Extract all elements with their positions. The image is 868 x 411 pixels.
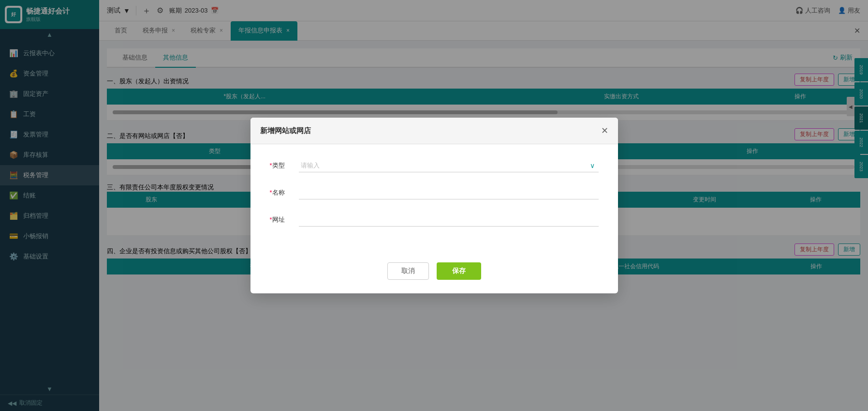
- dialog-title: 新增网站或网店: [260, 126, 311, 136]
- name-required-star: *: [270, 189, 272, 196]
- dialog-header: 新增网站或网店 ✕: [250, 118, 618, 144]
- url-input[interactable]: [299, 213, 599, 227]
- type-input-wrap: ∨: [299, 159, 599, 172]
- save-button[interactable]: 保存: [437, 262, 481, 280]
- url-label: *网址: [270, 215, 299, 224]
- name-label: *名称: [270, 188, 299, 197]
- form-row-url: *网址: [270, 213, 599, 227]
- dialog-overlay[interactable]: 新增网站或网店 ✕ *类型 ∨ *名称: [0, 0, 868, 411]
- dialog-close-button[interactable]: ✕: [601, 125, 608, 136]
- type-label: *类型: [270, 161, 299, 170]
- dialog-body: *类型 ∨ *名称 *网址: [250, 144, 618, 255]
- add-website-dialog: 新增网站或网店 ✕ *类型 ∨ *名称: [250, 118, 618, 293]
- form-row-type: *类型 ∨: [270, 159, 599, 172]
- type-required-star: *: [270, 162, 272, 169]
- url-required-star: *: [270, 216, 272, 223]
- form-row-name: *名称: [270, 186, 599, 199]
- name-input[interactable]: [299, 186, 599, 199]
- url-input-wrap: [299, 213, 599, 227]
- dialog-footer: 取消 保存: [250, 255, 618, 293]
- type-input[interactable]: [299, 159, 599, 172]
- cancel-button[interactable]: 取消: [387, 262, 429, 280]
- name-input-wrap: [299, 186, 599, 199]
